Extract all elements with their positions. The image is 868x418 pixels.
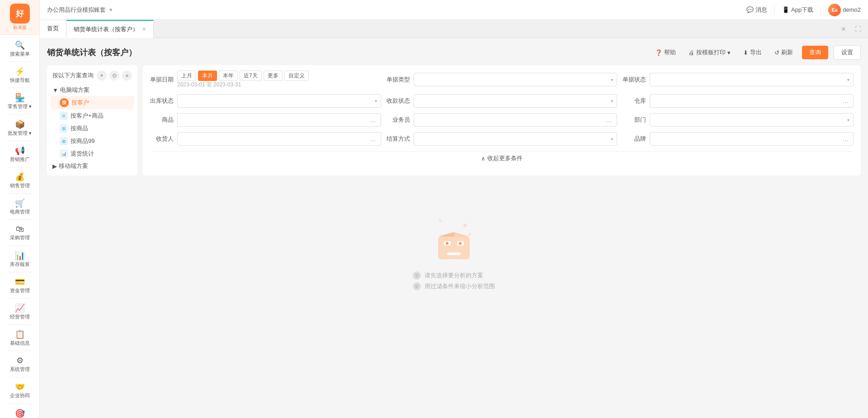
- sidebar-item-search[interactable]: 🔍 搜索菜单: [0, 37, 39, 61]
- filter-pay-status-label: 收款状态: [387, 97, 410, 105]
- date-btn-last-month[interactable]: 上月: [177, 71, 196, 81]
- date-btn-custom[interactable]: 自定义: [284, 71, 309, 81]
- sidebar-item-newbie[interactable]: 🎯 新手引导: [0, 405, 39, 418]
- sidebar-item-finance[interactable]: 💳 资金管理: [0, 273, 39, 297]
- filter-staff-label: 业务员: [387, 116, 410, 124]
- filter-dept-select[interactable]: ▾: [650, 113, 854, 127]
- msg-button[interactable]: 💬 消息: [746, 6, 767, 14]
- schema-settings-button[interactable]: ⊙: [109, 71, 119, 81]
- svg-point-6: [446, 242, 448, 245]
- topbar-divider1: [774, 5, 775, 14]
- schema-mobile-header[interactable]: ▶ 移动端方案: [51, 160, 134, 172]
- user-avatar: Ea: [828, 4, 841, 16]
- topbar-divider2: [821, 5, 821, 14]
- svg-rect-5: [447, 252, 461, 255]
- filter-payment-select[interactable]: ▾: [414, 132, 618, 146]
- date-btn-this-year[interactable]: 本年: [219, 71, 238, 81]
- sidebar-item-ecommerce[interactable]: 🛒 电商管理: [0, 195, 39, 218]
- filter-item-payment: 结算方式 ▾: [387, 132, 618, 146]
- tab-sales-stat[interactable]: 销货单统计表（按客户） ✕: [66, 20, 154, 38]
- schema-item-by-goods[interactable]: ▦ 按商品: [51, 122, 134, 135]
- filter-doc-status-select[interactable]: ▾: [650, 73, 854, 86]
- empty-hints: ① 请先选择要分析的方案 ② 用过滤条件来缩小分析范围: [413, 271, 495, 290]
- filter-warehouse-select[interactable]: …: [650, 94, 854, 108]
- sidebar-item-marketing[interactable]: 📢 营销推广: [0, 142, 39, 166]
- topbar-dropdown-icon[interactable]: ▾: [109, 6, 113, 13]
- query-button[interactable]: 查询: [802, 46, 828, 59]
- sidebar-item-basic[interactable]: 📋 基础信息: [0, 326, 39, 350]
- schema-item-by-goods-99[interactable]: ▦ 按商品99: [51, 135, 134, 147]
- topbar-title: 办公用品行业模拟账套: [47, 6, 106, 14]
- schema-item-by-customer-goods-icon: ⊞: [60, 112, 68, 120]
- refresh-button[interactable]: ↺ 刷新: [771, 47, 797, 58]
- collapse-label: 收起更多条件: [487, 154, 523, 162]
- content-area: 销货单统计表（按客户） ❓ 帮助 🖨 按模板打印 ▾ ⬇ 导出 ↺ 刷新: [40, 38, 868, 418]
- filter-goods-select[interactable]: …: [177, 113, 381, 127]
- svg-point-10: [469, 233, 471, 236]
- sidebar-item-sales[interactable]: 💰 销售管理: [0, 168, 39, 192]
- user-profile[interactable]: Ea demo2: [828, 4, 861, 16]
- sidebar-item-corp[interactable]: 🤝 企业协同: [0, 378, 39, 402]
- sidebar-divider-6: [8, 219, 31, 220]
- filter-out-status-label: 出库状态: [150, 97, 174, 105]
- tab-close-all-button[interactable]: ✕: [837, 23, 850, 35]
- schema-item-by-customer-goods[interactable]: ⊞ 按客户+商品: [51, 109, 134, 122]
- schema-add-button[interactable]: +: [97, 71, 107, 81]
- tab-home[interactable]: 首页: [40, 20, 66, 38]
- print-button[interactable]: 🖨 按模板打印 ▾: [685, 47, 734, 58]
- sidebar-item-purchase[interactable]: 🛍 采购管理: [0, 221, 39, 244]
- filter-doc-status-control: ▾: [650, 73, 854, 86]
- svg-point-8: [463, 223, 467, 227]
- export-button[interactable]: ⬇ 导出: [740, 47, 765, 58]
- date-btn-this-month[interactable]: 本月: [198, 71, 217, 81]
- filter-item-out-status: 出库状态 ▾: [150, 94, 381, 108]
- filter-out-status-select[interactable]: ▾: [177, 94, 381, 108]
- sidebar-item-label-basic: 基础信息: [10, 340, 30, 346]
- tab-maximize-button[interactable]: ⛶: [852, 23, 864, 35]
- sidebar-item-inventory[interactable]: 📊 库存核算: [0, 247, 39, 271]
- export-icon: ⬇: [743, 49, 748, 56]
- help-icon: ❓: [655, 49, 662, 56]
- schema-desktop-header[interactable]: ▼ 电脑端方案: [51, 84, 134, 96]
- sidebar-item-wholesale[interactable]: 📦 批发管理 ▾: [0, 116, 39, 140]
- date-btn-7days[interactable]: 近7天: [240, 71, 262, 81]
- settings-button[interactable]: 设置: [834, 45, 861, 60]
- filter-panel: 单据日期 上月 本月 本年 近7天 更多 自定义 2023-03-01 至 20…: [143, 65, 861, 176]
- sidebar-logo: 好 标准版: [0, 0, 39, 35]
- schema-item-by-goods-99-icon: ▦: [60, 137, 68, 145]
- help-button[interactable]: ❓ 帮助: [651, 47, 679, 58]
- schema-collapse-button[interactable]: «: [122, 71, 132, 81]
- collapse-icon: ∧: [481, 155, 486, 162]
- topbar: 办公用品行业模拟账套 ▾ 💬 消息 📱 App下载 Ea demo2: [40, 0, 868, 20]
- schema-desktop-arrow: ▼: [52, 87, 58, 94]
- sidebar-item-shortcut[interactable]: ⚡ 快捷导航: [0, 63, 39, 87]
- app-download-button[interactable]: 📱 App下载: [782, 6, 813, 14]
- svg-point-9: [439, 219, 442, 222]
- sidebar-item-icon-ecommerce: 🛒: [15, 198, 25, 208]
- filter-receiver-select[interactable]: …: [177, 132, 381, 146]
- sidebar-divider-13: [8, 404, 31, 404]
- sidebar-item-label-purchase: 采购管理: [10, 235, 30, 241]
- sidebar-item-system[interactable]: ⚙ 系统管理: [0, 352, 39, 376]
- sidebar-item-label-finance: 资金管理: [10, 288, 30, 294]
- schema-desktop-section: ▼ 电脑端方案 按 按客户 ⊞ 按客户+商品 ▦ 按商品: [47, 84, 137, 160]
- filter-doc-type-select[interactable]: ▾: [414, 73, 618, 86]
- schema-item-return-stat-label: 退货统计: [71, 150, 94, 158]
- sidebar-item-retail[interactable]: 🏪 零售管理 ▾: [0, 89, 39, 113]
- sidebar-item-operation[interactable]: 📈 经营管理: [0, 299, 39, 323]
- date-btn-more[interactable]: 更多: [264, 71, 283, 81]
- collapse-bar[interactable]: ∧ 收起更多条件: [150, 151, 854, 165]
- page-header: 销货单统计表（按客户） ❓ 帮助 🖨 按模板打印 ▾ ⬇ 导出 ↺ 刷新: [47, 45, 861, 60]
- filter-brand-select[interactable]: …: [650, 132, 854, 146]
- sidebar-divider-0: [8, 62, 31, 62]
- filter-item-goods: 商品 …: [150, 113, 381, 127]
- filter-staff-select[interactable]: …: [414, 113, 618, 127]
- sidebar-item-icon-marketing: 📢: [15, 146, 25, 156]
- schema-item-by-customer[interactable]: 按 按客户: [51, 96, 134, 109]
- schema-item-by-goods-label: 按商品: [71, 124, 88, 133]
- filter-doc-status-arrow: ▾: [847, 77, 849, 82]
- schema-item-by-customer-label: 按客户: [71, 99, 89, 107]
- schema-item-return-stat[interactable]: 📊 退货统计: [51, 147, 134, 160]
- filter-pay-status-select[interactable]: ▾: [414, 94, 618, 108]
- tab-close-sales-stat[interactable]: ✕: [142, 26, 146, 32]
